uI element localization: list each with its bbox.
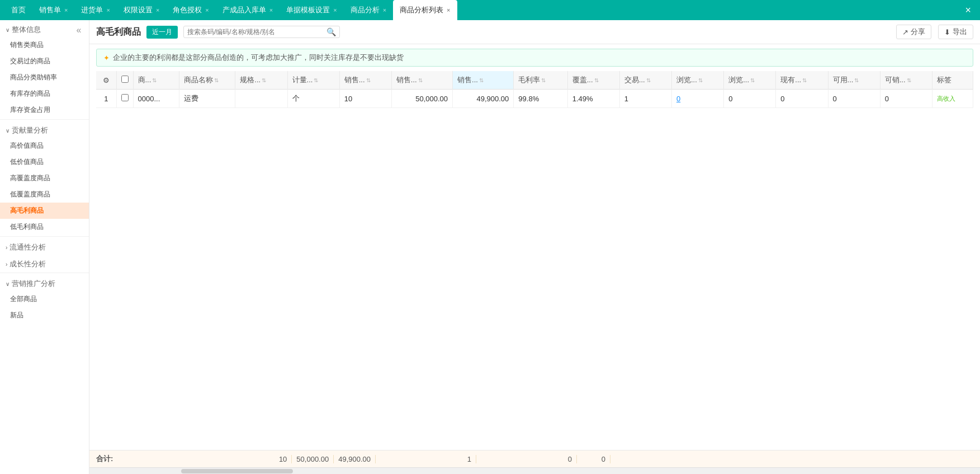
nav-product-analysis[interactable]: 商品分析 × <box>344 0 393 20</box>
col-code-header[interactable]: 商...⇅ <box>133 71 179 90</box>
sort-icon[interactable]: ⇅ <box>418 77 423 83</box>
scrollbar-thumb[interactable] <box>181 469 293 473</box>
col-name-header[interactable]: 商品名称⇅ <box>179 71 235 90</box>
row-name: 运费 <box>179 90 235 108</box>
close-icon[interactable]: × <box>205 7 209 13</box>
nav-product-analysis-list[interactable]: 商品分析列表 × <box>393 0 457 20</box>
row-coverage: 1.49% <box>567 90 619 108</box>
sort-icon[interactable]: ⇅ <box>750 77 755 83</box>
col-spec-header[interactable]: 规格...⇅ <box>235 71 287 90</box>
info-banner: ✦ 企业的主要的利润都是这部分商品创造的，可考虑加大推广，同时关注库存是不要出现… <box>96 49 973 67</box>
col-sales-qty-header[interactable]: 销售...⇅ <box>339 71 391 90</box>
row-sellable-stock: 0 <box>880 90 932 108</box>
search-box: 🔍 <box>183 26 340 38</box>
main-layout: « ∨ 整体信息 销售类商品 交易过的商品 商品分类助销率 有库存的商品 库存资… <box>0 20 980 474</box>
sort-icon[interactable]: ⇅ <box>646 77 651 83</box>
sidebar-item-high-margin[interactable]: 高毛利商品 <box>0 203 89 219</box>
nav-home[interactable]: 首页 <box>4 0 32 20</box>
row-browse1[interactable]: 0 <box>672 90 724 108</box>
sidebar-item-stock-goods[interactable]: 有库存的商品 <box>0 86 89 102</box>
close-icon[interactable]: × <box>64 7 68 13</box>
sidebar-item-low-margin[interactable]: 低毛利商品 <box>0 219 89 235</box>
product-table: ⚙ 商...⇅ 商品名称⇅ 规格...⇅ <box>96 71 973 108</box>
settings-icon[interactable]: ⚙ <box>103 76 110 85</box>
row-checkbox[interactable] <box>116 90 133 108</box>
sidebar-item-sales-goods[interactable]: 销售类商品 <box>0 37 89 53</box>
close-icon[interactable]: × <box>156 7 159 13</box>
expand-arrow-icon: ∨ <box>6 281 10 287</box>
search-input[interactable] <box>187 28 326 36</box>
nav-template-settings[interactable]: 单据模板设置 × <box>280 0 343 20</box>
sidebar-item-new-goods[interactable]: 新品 <box>0 307 89 323</box>
nav-product-in[interactable]: 产成品入库单 × <box>216 0 280 20</box>
sort-icon[interactable]: ⇅ <box>479 77 484 83</box>
sidebar-item-high-coverage[interactable]: 高覆盖度商品 <box>0 170 89 186</box>
sort-icon[interactable]: ⇅ <box>907 77 911 83</box>
share-icon: ↗ <box>902 28 908 36</box>
sort-icon[interactable]: ⇅ <box>152 77 157 83</box>
col-sellable-stock-header[interactable]: 可销...⇅ <box>880 71 932 90</box>
share-button[interactable]: ↗ 分享 <box>896 25 931 39</box>
col-settings[interactable]: ⚙ <box>96 71 116 90</box>
sidebar-group-contribution[interactable]: ∨ 贡献量分析 <box>0 121 89 138</box>
col-gross-margin-header[interactable]: 毛利率⇅ <box>514 71 567 90</box>
col-coverage-header[interactable]: 覆盖...⇅ <box>567 71 619 90</box>
nav-role-auth[interactable]: 角色授权 × <box>166 0 215 20</box>
sort-icon[interactable]: ⇅ <box>594 77 599 83</box>
sidebar-divider <box>0 273 89 273</box>
horizontal-scrollbar[interactable] <box>89 467 980 474</box>
col-browse1-header[interactable]: 浏览...⇅ <box>672 71 724 90</box>
row-sales-qty: 10 <box>339 90 391 108</box>
content-area: 高毛利商品 近一月 🔍 ↗ 分享 ⬇ 导出 ✦ 企业的主要的利润都是这部分商品创… <box>89 20 980 474</box>
row-code: 0000... <box>133 90 179 108</box>
col-sales-amount-header[interactable]: 销售...⇅ <box>391 71 452 90</box>
sort-icon[interactable]: ⇅ <box>541 77 546 83</box>
sidebar-collapse-button[interactable]: « <box>73 25 84 36</box>
col-tag-header[interactable]: 标签 <box>932 71 973 90</box>
row-browse2: 0 <box>724 90 776 108</box>
sidebar-item-category-rate[interactable]: 商品分类助销率 <box>0 69 89 86</box>
sidebar-group-liquidity[interactable]: › 流通性分析 <box>0 238 89 255</box>
col-transaction-header[interactable]: 交易...⇅ <box>619 71 671 90</box>
sidebar-item-high-value[interactable]: 高价值商品 <box>0 138 89 154</box>
row-select-checkbox[interactable] <box>121 94 129 101</box>
table-header-row: ⚙ 商...⇅ 商品名称⇅ 规格...⇅ <box>96 71 973 90</box>
sort-icon[interactable]: ⇅ <box>366 77 371 83</box>
sort-icon[interactable]: ⇅ <box>802 77 807 83</box>
sidebar-item-all-goods[interactable]: 全部商品 <box>0 291 89 307</box>
sidebar-group-growth[interactable]: › 成长性分析 <box>0 255 89 271</box>
search-icon[interactable]: 🔍 <box>326 27 336 36</box>
select-all-checkbox[interactable] <box>121 76 129 83</box>
tip-icon: ✦ <box>103 54 110 62</box>
close-icon[interactable]: × <box>333 7 337 13</box>
col-current-stock-header[interactable]: 现有...⇅ <box>776 71 828 90</box>
nav-purchase-order[interactable]: 进货单 × <box>74 0 116 20</box>
sort-icon[interactable]: ⇅ <box>698 77 703 83</box>
sidebar-item-low-coverage[interactable]: 低覆盖度商品 <box>0 186 89 203</box>
footer-sales-profit: 49,900.00 <box>334 455 376 463</box>
close-icon[interactable]: × <box>106 7 110 13</box>
col-sales-profit-header[interactable]: 销售...⇅ <box>453 71 514 90</box>
nav-permission-settings[interactable]: 权限设置 × <box>117 0 166 20</box>
sidebar-item-stock-capital[interactable]: 库存资金占用 <box>0 102 89 118</box>
close-icon[interactable]: × <box>447 7 450 13</box>
window-close-button[interactable]: × <box>960 4 976 16</box>
sidebar-item-traded-goods[interactable]: 交易过的商品 <box>0 53 89 69</box>
sort-icon[interactable]: ⇅ <box>214 77 219 83</box>
sort-icon[interactable]: ⇅ <box>262 77 266 83</box>
col-available-stock-header[interactable]: 可用...⇅ <box>828 71 880 90</box>
sort-icon[interactable]: ⇅ <box>314 77 318 83</box>
footer-totals: 合计: 10 50,000.00 49,900.00 1 0 0 <box>89 450 980 467</box>
close-icon[interactable]: × <box>269 7 273 13</box>
sidebar-group-marketing[interactable]: ∨ 营销推广分析 <box>0 274 89 291</box>
expand-arrow-icon: › <box>6 261 7 267</box>
footer-transaction: 1 <box>443 455 476 463</box>
col-unit-header[interactable]: 计量...⇅ <box>287 71 339 90</box>
sidebar-item-low-value[interactable]: 低价值商品 <box>0 154 89 170</box>
close-icon[interactable]: × <box>383 7 386 13</box>
col-browse2-header[interactable]: 浏览...⇅ <box>724 71 776 90</box>
nav-sales-order[interactable]: 销售单 × <box>32 0 74 20</box>
sort-icon[interactable]: ⇅ <box>854 77 859 83</box>
period-button[interactable]: 近一月 <box>146 26 178 39</box>
export-button[interactable]: ⬇ 导出 <box>938 25 973 39</box>
